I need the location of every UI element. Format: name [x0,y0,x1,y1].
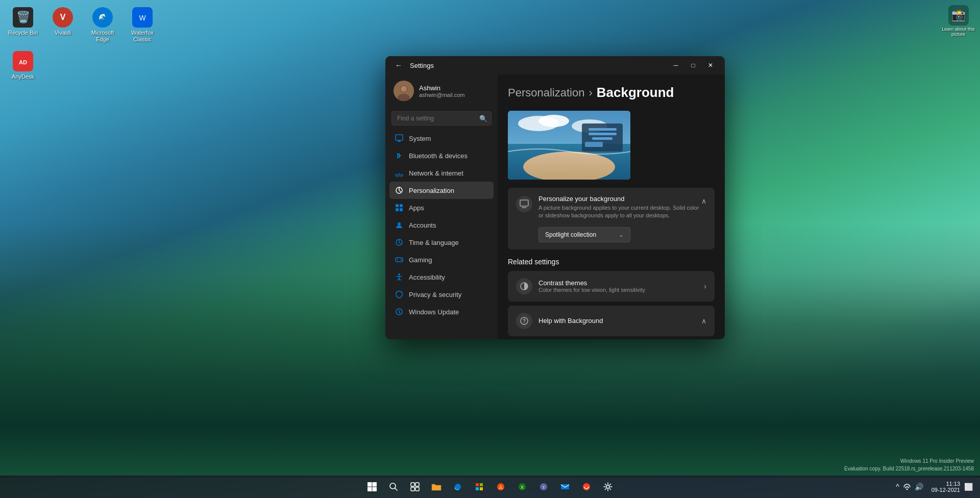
sidebar-label-bluetooth: Bluetooth & devices [409,152,468,160]
svg-rect-42 [373,487,377,492]
taskbar-teams[interactable]: T [534,478,553,496]
help-text: Help with Background [538,317,701,325]
svg-rect-52 [480,487,483,490]
desktop-icon-edge[interactable]: 🌊 Microsoft Edge [85,5,120,45]
svg-text:V: V [60,13,66,21]
svg-rect-59 [561,484,569,489]
svg-rect-50 [480,483,483,486]
desktop-icon-anydesk[interactable]: AD AnyDesk [5,49,41,82]
personalization-icon [395,186,404,195]
desktop-icon-recycle-bin[interactable]: 🗑️ Recycle Bin [5,5,41,45]
settings-window: ← Settings ─ □ ✕ [385,56,725,339]
svg-rect-39 [368,482,372,487]
start-button[interactable] [363,478,381,496]
svg-text:X: X [521,485,524,490]
sidebar-item-gaming[interactable]: Gaming [389,251,494,268]
sidebar-item-apps[interactable]: Apps [389,199,494,216]
dropdown-value: Spotlight collection [545,231,596,238]
taskbar-settings[interactable] [599,478,617,496]
help-section-header[interactable]: ? Help with Background ∧ [508,306,715,336]
sidebar-item-accounts[interactable]: Accounts [389,216,494,234]
search-input[interactable] [391,111,492,126]
personalize-section-icon [516,196,532,212]
svg-rect-16 [396,204,399,207]
user-profile[interactable]: Ashwin ashwin@mail.com [389,74,494,107]
volume-tray-icon[interactable]: 🔊 [914,482,924,492]
help-card: ? Help with Background ∧ [508,306,715,336]
taskbar-edge[interactable] [449,478,467,496]
task-view-button[interactable] [406,478,424,496]
taskbar-time[interactable]: 11:13 09-12-2021 [932,481,960,493]
taskbar-store[interactable] [470,478,488,496]
personalize-section-header[interactable]: Personalize your background A picture ba… [508,188,715,227]
taskbar-xbox[interactable]: X [513,478,531,496]
help-chevron-icon: ∧ [701,317,706,325]
contrast-themes-item[interactable]: Contrast themes Color themes for low vis… [508,271,715,302]
desktop-icon-waterfox[interactable]: W Waterfox Classic [125,5,160,45]
personalize-section-text: Personalize your background A picture ba… [538,195,701,220]
anydesk-label: AnyDesk [12,73,34,80]
sidebar-label-windows-update: Windows Update [409,308,459,316]
vivaldi-icon: V [53,7,73,28]
personalize-section-card: Personalize your background A picture ba… [508,188,715,250]
contrast-themes-text: Contrast themes Color themes for low vis… [538,279,704,293]
system-tray: ^ 🔊 [895,482,924,492]
windows-update-icon [395,307,404,316]
taskbar-mail[interactable] [556,478,574,496]
sidebar-item-network[interactable]: Network & internet [389,164,494,182]
network-tray-icon[interactable] [902,482,912,492]
personalize-section-content: Spotlight collection ⌄ [508,227,715,250]
edge-label: Microsoft Edge [87,30,118,43]
screenshot-button[interactable]: 📸 Learn about this picture [942,5,975,37]
svg-point-60 [583,483,590,490]
svg-point-61 [606,485,609,488]
close-button[interactable]: ✕ [702,58,719,72]
taskbar-edge-2[interactable] [577,478,596,496]
recycle-bin-icon: 🗑️ [13,7,33,28]
taskbar-search-button[interactable] [384,478,403,496]
minimize-button[interactable]: ─ [668,58,684,72]
tray-caret[interactable]: ^ [895,482,900,492]
svg-rect-12 [396,135,403,140]
sidebar-label-system: System [409,135,431,142]
taskbar-photos[interactable] [492,478,510,496]
back-button[interactable]: ← [391,58,406,72]
sidebar-item-privacy[interactable]: Privacy & security [389,286,494,303]
system-icon [395,134,404,143]
screenshot-icon: 📸 [948,5,969,26]
main-content: Personalization › Background [498,74,725,339]
svg-text:AD: AD [19,59,27,65]
svg-point-27 [398,273,400,276]
sidebar-item-system[interactable]: System [389,130,494,147]
sidebar-label-privacy: Privacy & security [409,291,461,298]
search-box: 🔍 [389,111,494,126]
background-type-dropdown[interactable]: Spotlight collection ⌄ [538,227,630,242]
svg-point-62 [906,488,908,490]
svg-rect-19 [400,208,403,211]
accounts-icon [395,220,404,230]
svg-point-26 [401,260,402,261]
contrast-themes-chevron: › [704,282,706,290]
svg-rect-46 [415,483,419,486]
desktop-icon-vivaldi[interactable]: V Vivaldi [45,5,81,45]
dropdown-chevron-icon: ⌄ [619,231,624,238]
svg-rect-18 [396,208,399,211]
sidebar-item-windows-update[interactable]: Windows Update [389,303,494,320]
window-title: Settings [410,62,668,69]
sidebar-label-accessibility: Accessibility [409,273,445,281]
watermark-line1: Windows 11 Pro Insider Preview [844,457,974,465]
notification-icon[interactable]: ⬜ [963,482,974,492]
sidebar-item-accessibility[interactable]: Accessibility [389,268,494,286]
maximize-button[interactable]: □ [685,58,701,72]
contrast-themes-title: Contrast themes [538,279,704,287]
svg-rect-17 [400,204,403,207]
taskbar-file-explorer[interactable] [427,478,446,496]
sidebar-item-personalization[interactable]: Personalization [389,182,494,199]
sidebar-item-time-language[interactable]: Time & language [389,234,494,251]
sidebar-item-bluetooth[interactable]: Bluetooth & devices [389,147,494,164]
page-header: Personalization › Background [508,85,715,101]
user-info: Ashwin ashwin@mail.com [419,84,464,98]
related-settings-section: Related settings Contrast themes Color t… [508,258,715,302]
privacy-icon [395,290,404,299]
recycle-bin-label: Recycle Bin [8,30,38,36]
